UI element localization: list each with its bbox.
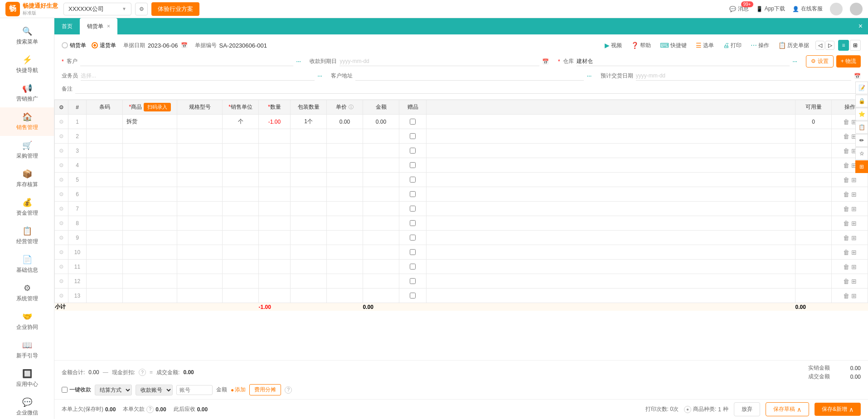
row-delete-icon[interactable]: 🗑 xyxy=(843,162,849,169)
row-delete-icon[interactable]: 🗑 xyxy=(843,292,849,299)
nav-prev-btn[interactable]: ◁ xyxy=(815,41,824,50)
save-new-btn[interactable]: 保存&新增 ∧ xyxy=(815,403,861,416)
experience-btn[interactable]: 体验行业方案 xyxy=(151,2,199,16)
sidebar-item-purchase[interactable]: 🛒 采购管理 xyxy=(0,136,54,164)
row-pkg-cell[interactable] xyxy=(291,231,327,245)
right-panel-icon-2[interactable]: 🔒 xyxy=(855,95,868,107)
row-amount-cell[interactable] xyxy=(363,158,399,173)
row-qty-cell[interactable]: -1.00 xyxy=(259,115,291,129)
row-pkg-cell[interactable] xyxy=(291,260,327,274)
right-panel-icon-5[interactable]: ✏ xyxy=(855,134,868,147)
delivery-date-calendar-icon[interactable]: 📅 xyxy=(854,73,861,79)
barcode-input[interactable] xyxy=(90,249,119,255)
row-product-cell[interactable] xyxy=(123,289,177,303)
row-gift-cell[interactable] xyxy=(399,115,427,129)
row-delete-icon[interactable]: 🗑 xyxy=(843,220,849,227)
row-gift-cell[interactable] xyxy=(399,274,427,289)
abandon-btn[interactable]: 放弃 xyxy=(734,402,760,416)
row-amount-cell[interactable] xyxy=(363,187,399,202)
row-copy-icon[interactable]: ⊞ xyxy=(851,191,857,198)
row-gift-cell[interactable] xyxy=(399,202,427,216)
row-gift-cell[interactable] xyxy=(399,289,427,303)
row-unit-cell[interactable] xyxy=(223,245,259,260)
salesperson-input[interactable] xyxy=(81,71,315,81)
row-product-cell[interactable]: 拆货 xyxy=(123,115,177,129)
row-barcode-cell[interactable] xyxy=(87,260,123,274)
row-amount-cell[interactable] xyxy=(363,245,399,260)
row-pkg-cell[interactable] xyxy=(291,245,327,260)
row-product-cell[interactable] xyxy=(123,158,177,173)
row-qty-cell[interactable] xyxy=(259,289,291,303)
customer-input[interactable] xyxy=(80,57,293,66)
gift-checkbox[interactable] xyxy=(410,293,416,299)
row-qty-cell[interactable] xyxy=(259,144,291,158)
row-qty-cell[interactable] xyxy=(259,129,291,144)
row-price-cell[interactable] xyxy=(327,245,363,260)
gift-checkbox[interactable] xyxy=(410,119,416,125)
row-qty-cell[interactable] xyxy=(259,173,291,187)
row-pkg-cell[interactable] xyxy=(291,289,327,303)
row-pkg-cell[interactable] xyxy=(291,202,327,216)
payment-account-input[interactable] xyxy=(176,385,213,395)
customer-address-dots-btn[interactable]: ··· xyxy=(587,72,591,80)
view-grid-btn[interactable]: ⊞ xyxy=(850,40,861,51)
settings-icon-btn[interactable]: ⚙ xyxy=(135,3,148,15)
row-barcode-cell[interactable] xyxy=(87,274,123,289)
radio-return[interactable]: 退货单 xyxy=(92,42,116,49)
one-click-payment-check[interactable] xyxy=(62,387,68,393)
row-product-cell[interactable] xyxy=(123,173,177,187)
app-download-btn[interactable]: 📱 App下载 xyxy=(756,5,785,13)
gift-checkbox[interactable] xyxy=(410,133,416,139)
barcode-input[interactable] xyxy=(90,235,119,241)
row-delete-icon[interactable]: 🗑 xyxy=(843,118,849,125)
delivery-date-input[interactable] xyxy=(636,71,851,81)
right-panel-icon-6[interactable]: ☆ xyxy=(855,147,868,160)
row-product-cell[interactable] xyxy=(123,202,177,216)
barcode-input[interactable] xyxy=(90,119,119,125)
save-draft-btn[interactable]: 保存草稿 ∧ xyxy=(766,402,809,416)
customer-dots-btn[interactable]: ··· xyxy=(296,58,301,66)
row-product-cell[interactable] xyxy=(123,231,177,245)
row-spec-cell[interactable] xyxy=(177,173,223,187)
row-copy-icon[interactable]: ⊞ xyxy=(851,220,857,227)
row-spec-cell[interactable] xyxy=(177,202,223,216)
row-price-cell[interactable] xyxy=(327,144,363,158)
gift-checkbox[interactable] xyxy=(410,191,416,197)
sidebar-item-basic-info[interactable]: 📄 基础信息 xyxy=(0,250,54,279)
toolbar-video-btn[interactable]: ▶ 视频 xyxy=(602,41,625,50)
row-unit-cell[interactable] xyxy=(223,202,259,216)
toolbar-operation-btn[interactable]: ⋯ 操作 xyxy=(748,41,772,50)
row-settings-icon[interactable]: ⚙ xyxy=(59,206,64,212)
row-product-cell[interactable] xyxy=(123,187,177,202)
row-delete-icon[interactable]: 🗑 xyxy=(843,176,849,183)
barcode-input[interactable] xyxy=(90,206,119,212)
gift-checkbox[interactable] xyxy=(410,235,416,241)
row-pkg-cell[interactable] xyxy=(291,173,327,187)
sidebar-item-marketing[interactable]: 📢 营销推广 xyxy=(0,79,54,107)
barcode-input[interactable] xyxy=(90,148,119,154)
tab-close-icon[interactable]: × xyxy=(107,23,110,29)
toolbar-history-btn[interactable]: 📋 历史单据 xyxy=(776,41,812,50)
row-amount-cell[interactable] xyxy=(363,173,399,187)
row-product-cell[interactable] xyxy=(123,260,177,274)
toolbar-shortcut-btn[interactable]: ⌨ 快捷键 xyxy=(657,41,689,50)
gift-checkbox[interactable] xyxy=(410,177,416,183)
tab-home[interactable]: 首页 xyxy=(54,18,80,34)
row-copy-icon[interactable]: ⊞ xyxy=(851,278,857,285)
row-price-cell[interactable] xyxy=(327,216,363,231)
radio-sales[interactable]: 销货单 xyxy=(62,42,86,49)
row-spec-cell[interactable] xyxy=(177,274,223,289)
row-gift-cell[interactable] xyxy=(399,260,427,274)
row-product-cell[interactable] xyxy=(123,245,177,260)
row-spec-cell[interactable] xyxy=(177,231,223,245)
row-copy-icon[interactable]: ⊞ xyxy=(851,176,857,183)
row-barcode-cell[interactable] xyxy=(87,289,123,303)
row-price-cell[interactable] xyxy=(327,260,363,274)
row-gift-cell[interactable] xyxy=(399,173,427,187)
radio-return-btn[interactable] xyxy=(92,42,98,48)
row-spec-cell[interactable] xyxy=(177,129,223,144)
row-amount-cell[interactable]: 0.00 xyxy=(363,115,399,129)
row-pkg-cell[interactable] xyxy=(291,216,327,231)
payment-method-select[interactable]: 结算方式 xyxy=(95,385,132,395)
row-copy-icon[interactable]: ⊞ xyxy=(851,205,857,212)
